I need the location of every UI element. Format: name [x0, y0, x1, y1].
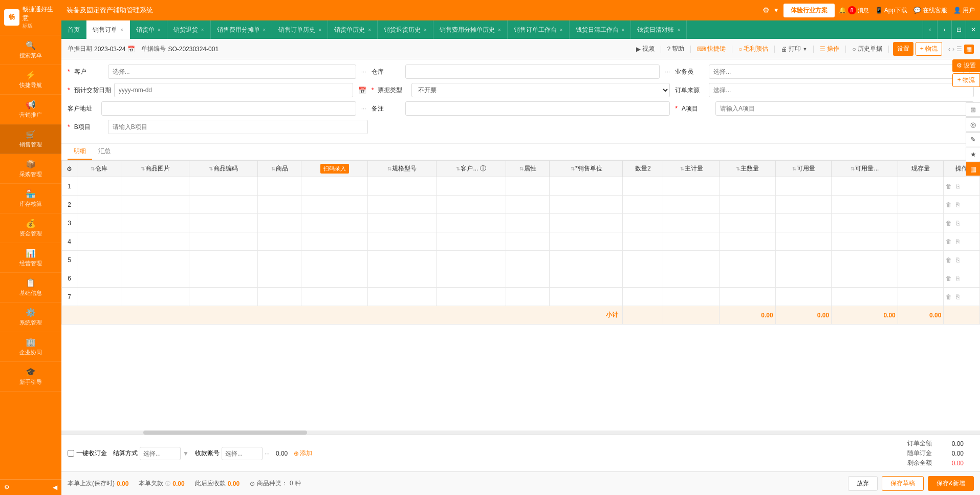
app-download-button[interactable]: 📱 App下载: [875, 6, 907, 15]
sidebar-item-guide[interactable]: 🎓 新手引导: [0, 362, 61, 392]
operations-button[interactable]: ☰ 操作: [818, 44, 841, 54]
table-scroll-thumb[interactable]: [143, 431, 307, 435]
sidebar-item-operations[interactable]: 📊 经营管理: [0, 243, 61, 273]
tab-close-all[interactable]: ✕: [966, 20, 980, 39]
discard-button[interactable]: 放弃: [848, 476, 878, 491]
warehouse-more-icon[interactable]: ···: [665, 68, 670, 75]
col-settings[interactable]: ⚙: [62, 161, 77, 177]
row-customer-code[interactable]: [436, 177, 506, 196]
tab-sales-order-workbench[interactable]: 销售订单工作台 ×: [508, 20, 570, 39]
delivery-date-input[interactable]: [114, 83, 353, 97]
col-main-qty[interactable]: ⇅主数量: [719, 161, 775, 177]
form-settings-button[interactable]: ⚙ 设置: [952, 59, 980, 72]
tab-sales-fee-split[interactable]: 销售费用分摊单 ×: [211, 20, 273, 39]
calendar-icon[interactable]: 📅: [127, 46, 135, 53]
tab-sales-refund[interactable]: 销货退货 ×: [167, 20, 211, 39]
this-order-info-icon[interactable]: ⓘ: [165, 480, 170, 487]
view-button[interactable]: ▶ 视频: [634, 44, 657, 54]
tab-close-sales-order-history[interactable]: ×: [318, 27, 321, 33]
form-logistics-button[interactable]: + 物流: [952, 73, 980, 87]
row-spec[interactable]: [367, 177, 436, 196]
invoice-type-select[interactable]: 不开票: [411, 83, 670, 97]
notes-input[interactable]: [405, 101, 670, 116]
row-copy-icon[interactable]: ⎘: [956, 256, 960, 264]
detail-tab-summary[interactable]: 汇总: [92, 144, 117, 160]
row-main-qty[interactable]: [719, 177, 775, 196]
row-copy-icon[interactable]: ⎘: [956, 293, 960, 300]
history-button[interactable]: ○ 历史单据: [850, 44, 884, 54]
account-input[interactable]: [222, 447, 263, 460]
sidebar-item-quick-nav[interactable]: ⚡ 快捷导航: [0, 65, 61, 95]
topbar-settings-icon[interactable]: ⚙: [763, 6, 769, 15]
row-sales-unit[interactable]: [550, 177, 623, 196]
col-available-more[interactable]: ⇅可用量...: [832, 161, 898, 177]
right-float-fingerprint[interactable]: ◎: [966, 117, 980, 132]
nav-next-icon[interactable]: ›: [952, 46, 954, 53]
col-available[interactable]: ⇅可用量: [775, 161, 832, 177]
account-more-icon[interactable]: ···: [265, 450, 270, 457]
col-product-code[interactable]: ⇅商品编码: [189, 161, 258, 177]
tab-sales-return[interactable]: 销货单 ×: [130, 20, 167, 39]
user-avatar[interactable]: 👤 用户: [953, 6, 975, 15]
row-product[interactable]: [257, 177, 301, 196]
online-service-button[interactable]: 💬 在线客服: [913, 6, 947, 15]
notification-button[interactable]: 🔔 8 消息: [839, 6, 869, 14]
tab-close-sales-fee-split[interactable]: ×: [263, 27, 266, 33]
add-logistics-button[interactable]: + 物流: [916, 42, 942, 56]
row-copy-icon[interactable]: ⎘: [956, 220, 960, 227]
row-product-code[interactable]: [189, 177, 258, 196]
row-qty2[interactable]: [623, 177, 663, 196]
col-main-unit[interactable]: ⇅主计量: [663, 161, 720, 177]
col-scan[interactable]: 扫码录入: [301, 161, 368, 177]
row-available[interactable]: [775, 177, 832, 196]
help-button[interactable]: ? 帮助: [665, 44, 687, 54]
col-product-img[interactable]: ⇅商品图片: [121, 161, 189, 177]
sidebar-item-inventory[interactable]: 🏪 库存核算: [0, 184, 61, 213]
row-copy-icon[interactable]: ⎘: [956, 275, 960, 282]
row-copy-icon[interactable]: ⎘: [956, 183, 960, 190]
tab-home[interactable]: 首页: [61, 20, 86, 39]
tab-close-sales-refund-history[interactable]: ×: [424, 27, 427, 33]
row-copy-icon[interactable]: ⎘: [956, 201, 960, 208]
nav-prev-icon[interactable]: ‹: [948, 46, 950, 53]
sidebar-item-finance[interactable]: 💰 资金管理: [0, 213, 61, 243]
sidebar-settings-icon[interactable]: ⚙: [4, 484, 10, 491]
tab-scroll-right[interactable]: ›: [937, 20, 951, 39]
col-attributes[interactable]: ⇅属性: [506, 161, 550, 177]
sidebar-item-marketing[interactable]: 📢 营销推广: [0, 95, 61, 124]
print-button[interactable]: 🖨 打印 ▼: [779, 44, 809, 54]
sidebar-item-enterprise[interactable]: 🏢 企业协同: [0, 332, 61, 362]
customer-more-icon[interactable]: ···: [361, 68, 366, 75]
col-customer-code[interactable]: ⇅客户... ⓘ: [436, 161, 506, 177]
add-button[interactable]: ⊕ 添加: [294, 449, 312, 458]
row-delete-icon[interactable]: 🗑: [946, 256, 952, 264]
tab-scroll-left[interactable]: ‹: [923, 20, 937, 39]
salesperson-input[interactable]: [709, 64, 964, 79]
right-float-expand[interactable]: ⊞: [966, 102, 980, 117]
table-scrollbar[interactable]: [61, 431, 980, 435]
tab-close-sales-refund[interactable]: ×: [201, 27, 204, 33]
detail-tab-detail[interactable]: 明细: [68, 144, 92, 160]
right-float-star[interactable]: ★: [966, 147, 980, 161]
topbar-dropdown-icon[interactable]: ▼: [773, 7, 779, 14]
delivery-date-calendar-icon[interactable]: 📅: [358, 87, 366, 94]
tab-close-sales-fee-history[interactable]: ×: [498, 27, 501, 33]
tab-more[interactable]: ⊟: [951, 20, 966, 39]
one-click-checkbox[interactable]: [68, 450, 74, 457]
payment-method-input[interactable]: [140, 447, 181, 460]
order-source-input[interactable]: [709, 83, 974, 97]
col-stock[interactable]: 现存量: [898, 161, 944, 177]
warehouse-input[interactable]: 成品库: [405, 64, 660, 79]
project-a-input[interactable]: [715, 101, 974, 116]
row-delete-icon[interactable]: 🗑: [946, 275, 952, 282]
sidebar-item-sales[interactable]: 🛒 销售管理: [0, 124, 61, 154]
card-view-icon[interactable]: ▦: [964, 45, 974, 54]
tab-sales-order-history[interactable]: 销售订单历史 ×: [272, 20, 328, 39]
tab-credit-daily-workbench[interactable]: 钱货日清工作台 ×: [570, 20, 631, 39]
customer-address-more-icon[interactable]: ···: [361, 105, 366, 112]
profit-button[interactable]: ○ 毛利预估: [736, 44, 770, 54]
scan-enter-button[interactable]: 扫码录入: [320, 164, 349, 174]
tab-sales-order[interactable]: 销售订单 ×: [86, 20, 130, 39]
row-delete-icon[interactable]: 🗑: [946, 238, 952, 245]
tab-sales-return-history[interactable]: 销货单历史 ×: [328, 20, 378, 39]
